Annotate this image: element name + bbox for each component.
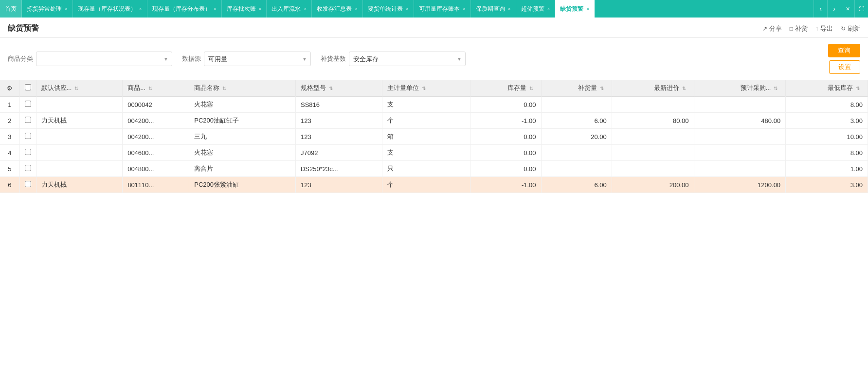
datasource-select[interactable]: 可用量: [204, 52, 311, 66]
table-row: 2 力天机械 004200... PC200油缸缸子 123 个 -1.00 6…: [0, 113, 868, 129]
supplier-column-header[interactable]: 默认供应... ⇅: [36, 80, 123, 97]
table-wrapper: ⚙ 默认供应... ⇅ 商品... ⇅ 商品名称 ⇅: [0, 80, 868, 193]
row-unit-4: 只: [382, 161, 470, 177]
row-estimated-purchase-0: [694, 97, 786, 113]
close-tab-1[interactable]: ×: [65, 6, 68, 12]
replenish-base-label: 补货基数: [321, 54, 346, 63]
row-supplier-1: 力天机械: [36, 113, 123, 129]
unit-column-header[interactable]: 主计量单位 ⇅: [382, 80, 470, 97]
share-button[interactable]: ↗ 分享: [762, 24, 782, 33]
stock-column-header[interactable]: 库存量 ⇅: [470, 80, 541, 97]
supplier-sort-icon: ⇅: [74, 86, 78, 91]
export-button[interactable]: ↑ 导出: [815, 24, 833, 33]
settings-column-header[interactable]: ⚙: [0, 80, 19, 97]
row-latest-price-0: [612, 97, 694, 113]
row-product-name-0: 火花塞: [189, 97, 296, 113]
nav-tab-9[interactable]: 保质期查询 ×: [471, 0, 516, 18]
table-row: 5 004800... 离合片 DS250*23c... 只 0.00 1.00: [0, 161, 868, 177]
close-tab-4[interactable]: ×: [259, 6, 262, 12]
close-tab-8[interactable]: ×: [463, 6, 466, 12]
product-code-column-header[interactable]: 商品... ⇅: [123, 80, 189, 97]
row-no-1: 2: [0, 113, 19, 129]
category-filter: 商品分类: [8, 52, 172, 66]
replenish-icon: □: [790, 25, 793, 32]
row-latest-price-2: [612, 129, 694, 145]
filter-bar: 商品分类 数据源 可用量 补货基数 安全库存: [0, 38, 868, 80]
row-checkbox-0[interactable]: [19, 97, 36, 113]
product-name-column-header[interactable]: 商品名称 ⇅: [189, 80, 296, 97]
refresh-button[interactable]: ↻ 刷新: [841, 24, 860, 33]
replenish-base-select-wrapper: 安全库存: [349, 52, 466, 66]
row-checkbox-3[interactable]: [19, 145, 36, 161]
export-icon: ↑: [815, 25, 818, 32]
gear-icon: ⚙: [7, 85, 13, 92]
query-button[interactable]: 查询: [828, 44, 860, 57]
nav-tab-6[interactable]: 收发存汇总表 ×: [312, 0, 363, 18]
select-all-checkbox[interactable]: [25, 84, 31, 90]
replenish-base-select[interactable]: 安全库存: [349, 52, 466, 66]
close-tab-11[interactable]: ×: [586, 6, 589, 12]
close-tab-5[interactable]: ×: [304, 6, 307, 12]
row-spec-3: J7092: [295, 145, 382, 161]
row-latest-price-5: 200.00: [612, 177, 694, 193]
row-checkbox-4[interactable]: [19, 161, 36, 177]
replenish-button[interactable]: □ 补货: [790, 24, 808, 33]
row-latest-price-4: [612, 161, 694, 177]
row-product-code-3: 004600...: [123, 145, 189, 161]
table-row: 1 0000042 火花塞 SS816 支 0.00 8.00: [0, 97, 868, 113]
fullscreen-button[interactable]: ⛶: [854, 0, 868, 18]
nav-right-button[interactable]: ›: [827, 0, 841, 18]
unit-sort-icon: ⇅: [422, 86, 426, 91]
close-window-button[interactable]: ×: [841, 0, 854, 18]
row-checkbox-5[interactable]: [19, 177, 36, 193]
row-min-stock-2: 10.00: [786, 129, 868, 145]
row-unit-2: 箱: [382, 129, 470, 145]
row-latest-price-3: [612, 145, 694, 161]
nav-tab-7[interactable]: 要货单统计表 ×: [363, 0, 414, 18]
row-replenish-qty-2: 20.00: [541, 129, 612, 145]
close-tab-3[interactable]: ×: [214, 6, 217, 12]
nav-tab-10[interactable]: 超储预警 ×: [516, 0, 556, 18]
row-no-4: 5: [0, 161, 19, 177]
min-stock-column-header[interactable]: 最低库存 ⇅: [786, 80, 868, 97]
row-spec-1: 123: [295, 113, 382, 129]
row-stock-3: 0.00: [470, 145, 541, 161]
close-tab-7[interactable]: ×: [406, 6, 409, 12]
nav-arrows: ‹ › × ⛶: [814, 0, 868, 18]
row-estimated-purchase-2: [694, 129, 786, 145]
row-checkbox-2[interactable]: [19, 129, 36, 145]
replenish-qty-column-header[interactable]: 补货量 ⇅: [541, 80, 612, 97]
row-replenish-qty-0: [541, 97, 612, 113]
close-tab-10[interactable]: ×: [547, 6, 550, 12]
row-supplier-0: [36, 97, 123, 113]
category-select[interactable]: [36, 52, 172, 66]
nav-tab-home[interactable]: 首页: [0, 0, 22, 18]
nav-tab-11[interactable]: 缺货预警 ×: [555, 0, 595, 18]
row-stock-0: 0.00: [470, 97, 541, 113]
nav-tab-3[interactable]: 现存量（库存分布表） ×: [147, 0, 222, 18]
row-unit-1: 个: [382, 113, 470, 129]
nav-tab-4[interactable]: 库存批次账 ×: [222, 0, 267, 18]
table-body: 1 0000042 火花塞 SS816 支 0.00 8.00 2 力天机械 0…: [0, 97, 868, 193]
nav-tab-5[interactable]: 出入库流水 ×: [267, 0, 312, 18]
nav-tab-8[interactable]: 可用量库存账本 ×: [414, 0, 471, 18]
nav-tab-1[interactable]: 拣货异常处理 ×: [22, 0, 73, 18]
nav-tab-2[interactable]: 现存量（库存状况表） ×: [73, 0, 147, 18]
close-tab-9[interactable]: ×: [508, 6, 511, 12]
share-icon: ↗: [762, 25, 767, 32]
settings-button[interactable]: 设置: [829, 60, 860, 74]
row-product-code-5: 801110...: [123, 177, 189, 193]
close-tab-2[interactable]: ×: [139, 6, 142, 12]
row-unit-5: 个: [382, 177, 470, 193]
spec-column-header[interactable]: 规格型号 ⇅: [295, 80, 382, 97]
row-unit-3: 支: [382, 145, 470, 161]
close-tab-6[interactable]: ×: [355, 6, 358, 12]
row-estimated-purchase-1: 480.00: [694, 113, 786, 129]
estimated-purchase-column-header[interactable]: 预计采购... ⇅: [694, 80, 786, 97]
latest-price-column-header[interactable]: 最新进价 ⇅: [612, 80, 694, 97]
row-product-name-3: 火花塞: [189, 145, 296, 161]
row-checkbox-1[interactable]: [19, 113, 36, 129]
table-row: 4 004600... 火花塞 J7092 支 0.00 8.00: [0, 145, 868, 161]
row-product-code-1: 004200...: [123, 113, 189, 129]
nav-left-button[interactable]: ‹: [814, 0, 827, 18]
